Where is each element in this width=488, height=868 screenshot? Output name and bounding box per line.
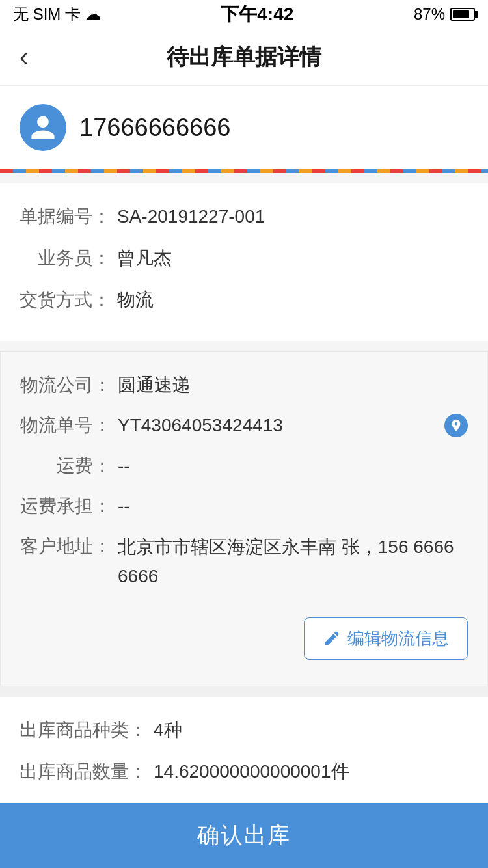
back-button[interactable]: ‹	[20, 36, 34, 78]
salesperson-value: 曾凡杰	[117, 245, 468, 272]
nav-bar: ‹ 待出库单据详情	[0, 29, 488, 86]
page-title: 待出库单据详情	[167, 42, 321, 72]
address-row: 客户地址： 北京市市辖区海淀区永丰南 张，156 6666 6666	[20, 533, 468, 591]
freight-bearer-value: --	[118, 493, 468, 520]
goods-quantity-value: 14.620000000000001件	[154, 758, 468, 785]
salesperson-row: 业务员： 曾凡杰	[20, 245, 468, 272]
status-right: 87%	[414, 5, 475, 23]
freight-value: --	[118, 452, 468, 480]
tracking-label: 物流单号：	[20, 412, 111, 439]
goods-quantity-row: 出库商品数量： 14.620000000000001件	[20, 758, 468, 785]
edit-icon	[323, 629, 341, 647]
tracking-value: YT43064053424413	[118, 412, 435, 439]
edit-logistics-btn-area: 编辑物流信息	[20, 604, 468, 666]
delivery-method-value: 物流	[117, 286, 468, 314]
battery-icon	[450, 8, 475, 21]
avatar	[20, 104, 66, 151]
edit-logistics-button[interactable]: 编辑物流信息	[304, 617, 468, 660]
confirm-btn-label: 确认出库	[197, 821, 291, 850]
goods-type-value: 4种	[154, 716, 468, 744]
confirm-outbound-button[interactable]: 确认出库	[0, 803, 488, 868]
delivery-method-row: 交货方式： 物流	[20, 286, 468, 314]
location-icon[interactable]	[444, 414, 468, 437]
dashed-divider	[0, 169, 488, 173]
edit-logistics-label: 编辑物流信息	[347, 627, 449, 650]
section-divider	[0, 686, 488, 697]
goods-quantity-label: 出库商品数量：	[20, 758, 147, 785]
status-time: 下午4:42	[221, 2, 293, 27]
order-info-section: 单据编号： SA-20191227-001 业务员： 曾凡杰 交货方式： 物流	[0, 183, 488, 341]
order-no-label: 单据编号：	[20, 203, 111, 230]
freight-bearer-label: 运费承担：	[20, 493, 111, 520]
status-left: 无 SIM 卡 ☁	[13, 4, 101, 25]
customer-phone: 17666666666	[79, 114, 230, 142]
address-label: 客户地址：	[20, 533, 111, 591]
logistics-company-label: 物流公司：	[20, 372, 111, 399]
customer-section: 17666666666	[0, 86, 488, 169]
freight-row: 运费： --	[20, 452, 468, 480]
battery-level: 87%	[414, 5, 445, 23]
order-no-row: 单据编号： SA-20191227-001	[20, 203, 468, 230]
goods-type-row: 出库商品种类： 4种	[20, 716, 468, 744]
address-value: 北京市市辖区海淀区永丰南 张，156 6666 6666	[118, 533, 468, 591]
logistics-company-row: 物流公司： 圆通速递	[20, 372, 468, 399]
sim-status: 无 SIM 卡 ☁	[13, 4, 101, 25]
status-bar: 无 SIM 卡 ☁ 下午4:42 87%	[0, 0, 488, 29]
logistics-section: 物流公司： 圆通速递 物流单号： YT43064053424413 运费： --…	[0, 351, 488, 686]
delivery-method-label: 交货方式：	[20, 286, 111, 314]
salesperson-label: 业务员：	[20, 245, 111, 272]
tracking-row: 物流单号： YT43064053424413	[20, 412, 468, 439]
logistics-company-value: 圆通速递	[118, 372, 468, 399]
order-no-value: SA-20191227-001	[117, 203, 468, 230]
user-icon	[29, 113, 57, 142]
goods-type-label: 出库商品种类：	[20, 716, 147, 744]
freight-bearer-row: 运费承担： --	[20, 493, 468, 520]
freight-label: 运费：	[20, 452, 111, 480]
